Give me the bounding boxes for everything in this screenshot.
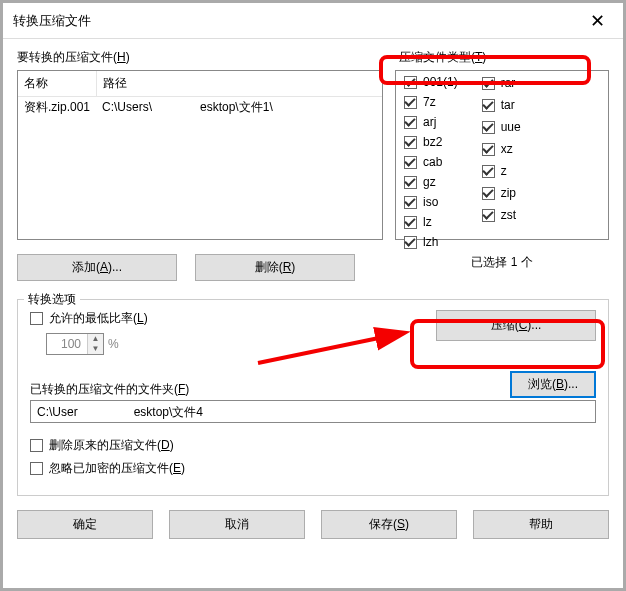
delete-original-checkbox[interactable]: 删除原来的压缩文件(D) — [30, 437, 596, 454]
file-types-box: 001(1)7zarjbz2cabgzisolzlzh rartaruuexzz… — [395, 70, 609, 240]
type-checkbox-gz[interactable]: gz — [404, 175, 458, 189]
type-checkbox-0011[interactable]: 001(1) — [404, 75, 458, 89]
type-checkbox-zst[interactable]: zst — [482, 207, 521, 223]
type-checkbox-tar[interactable]: tar — [482, 97, 521, 113]
compress-button[interactable]: 压缩(C)... — [436, 310, 596, 341]
type-label: uue — [501, 120, 521, 134]
checkbox-icon — [482, 121, 495, 134]
cancel-button[interactable]: 取消 — [169, 510, 305, 539]
type-checkbox-lzh[interactable]: lzh — [404, 235, 458, 249]
type-label: bz2 — [423, 135, 442, 149]
type-checkbox-xz[interactable]: xz — [482, 141, 521, 157]
options-legend: 转换选项 — [24, 291, 80, 308]
type-label: z — [501, 164, 507, 178]
ratio-stepper[interactable]: 100 ▲ ▼ — [46, 333, 104, 355]
delete-button[interactable]: 删除(R) — [195, 254, 355, 281]
checkbox-icon — [482, 165, 495, 178]
type-label: gz — [423, 175, 436, 189]
type-checkbox-7z[interactable]: 7z — [404, 95, 458, 109]
checkbox-icon — [404, 136, 417, 149]
type-checkbox-cab[interactable]: cab — [404, 155, 458, 169]
type-checkbox-rar[interactable]: rar — [482, 75, 521, 91]
checkbox-icon — [482, 209, 495, 222]
types-col-b: rartaruuexzzzipzst — [482, 75, 521, 235]
type-label: xz — [501, 142, 513, 156]
ignore-encrypted-checkbox[interactable]: 忽略已加密的压缩文件(E) — [30, 460, 596, 477]
spinner-up-icon[interactable]: ▲ — [88, 334, 103, 344]
types-col-a: 001(1)7zarjbz2cabgzisolzlzh — [404, 75, 458, 235]
checkbox-icon — [404, 236, 417, 249]
row-path: C:\Users\esktop\文件1\ — [102, 99, 376, 116]
type-label: zip — [501, 186, 516, 200]
folder-label: 已转换的压缩文件的文件夹(F) — [30, 381, 502, 398]
type-label: 001(1) — [423, 75, 458, 89]
checkbox-icon — [482, 99, 495, 112]
type-checkbox-uue[interactable]: uue — [482, 119, 521, 135]
redacted-block — [78, 406, 134, 419]
help-button[interactable]: 帮助 — [473, 510, 609, 539]
checkbox-icon — [482, 77, 495, 90]
close-icon[interactable]: ✕ — [582, 8, 613, 34]
checkbox-icon — [404, 76, 417, 89]
type-checkbox-arj[interactable]: arj — [404, 115, 458, 129]
col-path[interactable]: 路径 — [97, 71, 382, 96]
row-name: 资料.zip.001 — [24, 99, 102, 116]
browse-button[interactable]: 浏览(B)... — [510, 371, 596, 398]
type-label: cab — [423, 155, 442, 169]
save-button[interactable]: 保存(S) — [321, 510, 457, 539]
allow-low-ratio-checkbox[interactable]: 允许的最低比率(L) — [30, 310, 436, 327]
types-label: 压缩文件类型(T) — [395, 49, 609, 66]
col-name[interactable]: 名称 — [18, 71, 96, 96]
checkbox-icon — [482, 187, 495, 200]
type-checkbox-iso[interactable]: iso — [404, 195, 458, 209]
type-checkbox-lz[interactable]: lz — [404, 215, 458, 229]
checkbox-icon — [30, 312, 43, 325]
options-fieldset: 转换选项 允许的最低比率(L) 100 ▲ ▼ — [17, 299, 609, 496]
redacted-block — [152, 101, 200, 114]
titlebar: 转换压缩文件 ✕ — [3, 3, 623, 39]
window-title: 转换压缩文件 — [13, 12, 91, 30]
dialog-window: 转换压缩文件 ✕ 要转换的压缩文件(H) 名称 路径 资料.zip.001 — [0, 0, 626, 591]
source-file-list[interactable]: 名称 路径 资料.zip.001 C:\Users\esktop\文件1\ — [17, 70, 383, 240]
type-label: lz — [423, 215, 432, 229]
checkbox-icon — [404, 156, 417, 169]
table-row[interactable]: 资料.zip.001 C:\Users\esktop\文件1\ — [18, 97, 382, 118]
bottom-buttons: 确定 取消 保存(S) 帮助 — [3, 500, 623, 539]
checkbox-icon — [404, 176, 417, 189]
ratio-value: 100 — [47, 334, 87, 354]
type-label: tar — [501, 98, 515, 112]
checkbox-icon — [30, 462, 43, 475]
selected-count: 已选择 1 个 — [395, 254, 609, 271]
checkbox-icon — [404, 116, 417, 129]
checkbox-icon — [30, 439, 43, 452]
type-label: 7z — [423, 95, 436, 109]
spinner-down-icon[interactable]: ▼ — [88, 344, 103, 354]
checkbox-icon — [404, 96, 417, 109]
output-folder-input[interactable]: C:\Useresktop\文件4 — [30, 400, 596, 423]
type-checkbox-z[interactable]: z — [482, 163, 521, 179]
type-label: iso — [423, 195, 438, 209]
list-header: 名称 路径 — [18, 71, 382, 97]
ok-button[interactable]: 确定 — [17, 510, 153, 539]
checkbox-icon — [404, 216, 417, 229]
source-label: 要转换的压缩文件(H) — [17, 49, 383, 66]
type-checkbox-bz2[interactable]: bz2 — [404, 135, 458, 149]
type-checkbox-zip[interactable]: zip — [482, 185, 521, 201]
add-button[interactable]: 添加(A)... — [17, 254, 177, 281]
type-label: rar — [501, 76, 516, 90]
type-label: lzh — [423, 235, 438, 249]
type-label: zst — [501, 208, 516, 222]
percent-label: % — [108, 337, 119, 351]
type-label: arj — [423, 115, 436, 129]
checkbox-icon — [482, 143, 495, 156]
checkbox-icon — [404, 196, 417, 209]
